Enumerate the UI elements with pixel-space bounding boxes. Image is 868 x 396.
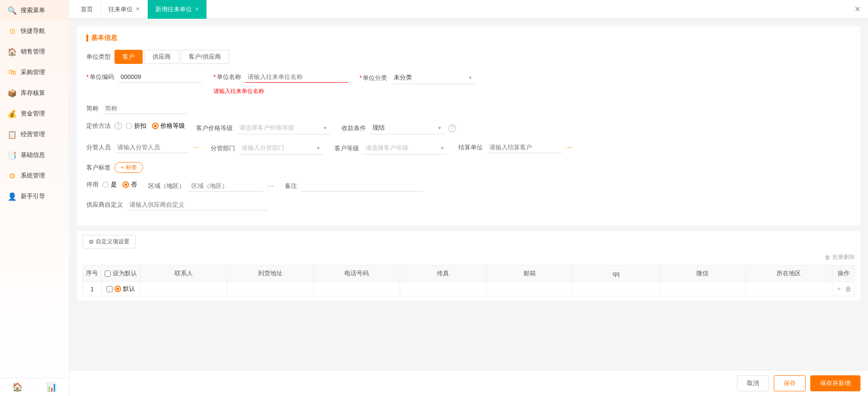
manager-more-btn[interactable]: ··· xyxy=(193,143,199,152)
unit-category-select[interactable]: 未分类 ▼ xyxy=(391,71,475,84)
pricing-price-level-option[interactable]: 价格等级 xyxy=(152,122,185,130)
sidebar-item-system[interactable]: ⚙ 系统管理 xyxy=(0,165,69,186)
batch-delete-btn[interactable]: 🗑 批量删除 xyxy=(825,253,855,261)
content-area: 基本信息 单位类型 客户 供应商 客户/供应商 *单位编码 xyxy=(69,19,868,370)
qq-input[interactable] xyxy=(576,286,656,293)
pricing-help-icon[interactable]: ? xyxy=(114,122,122,130)
payment-terms-select[interactable]: 现结 ▼ xyxy=(370,122,445,134)
operations-icon: 📋 xyxy=(8,130,17,139)
remark-label: 备注 xyxy=(285,182,297,190)
cell-address xyxy=(227,282,313,296)
tab-home[interactable]: 首页 xyxy=(73,0,101,19)
newbie-icon: 👤 xyxy=(8,192,17,201)
sidebar-item-operations[interactable]: 📋 经营管理 xyxy=(0,124,69,145)
disable-no-radio[interactable] xyxy=(122,181,129,188)
row-default-radio[interactable] xyxy=(114,286,121,292)
type-btn-supplier[interactable]: 供应商 xyxy=(145,50,179,64)
disable-yes-radio[interactable] xyxy=(102,181,109,188)
fax-input[interactable] xyxy=(403,286,483,293)
sidebar-item-finance[interactable]: 💰 资金管理 xyxy=(0,103,69,124)
disable-no-option[interactable]: 否 xyxy=(122,180,137,189)
pricing-discount-radio[interactable] xyxy=(126,123,132,129)
region-label: 区域（地区） xyxy=(148,182,185,190)
contact-table-wrapper: ⚙ 自定义项设置 🗑 批量删除 序号 设为默认 xyxy=(77,231,860,300)
sidebar-item-purchase[interactable]: 🛍 采购管理 xyxy=(0,62,69,83)
remark-input[interactable] xyxy=(301,180,423,192)
col-address: 到货地址 xyxy=(227,265,313,282)
tab-new-contact-close[interactable]: ✕ xyxy=(195,6,199,12)
payment-terms-help-icon[interactable]: ? xyxy=(449,124,456,132)
short-name-label: 简称 xyxy=(86,104,99,113)
row-checkbox[interactable] xyxy=(107,286,113,292)
sidebar-stats-icon[interactable]: 📊 xyxy=(46,382,57,392)
customer-price-chevron: ▼ xyxy=(323,125,327,131)
add-row-btn[interactable]: ＋ xyxy=(836,285,842,293)
tag-field: 客户标签 + 标签 xyxy=(86,162,143,173)
row-default-radio-item[interactable]: 默认 xyxy=(114,285,135,293)
region-more-btn[interactable]: ··· xyxy=(267,182,274,190)
supplier-custom-field: 供应商自定义 xyxy=(86,199,267,210)
unit-code-label: *单位编码 xyxy=(86,73,114,81)
tabs-bar-close-button[interactable]: ✕ xyxy=(851,5,864,14)
supplier-custom-input[interactable] xyxy=(127,199,267,210)
sidebar-home-icon[interactable]: 🏠 xyxy=(12,382,23,392)
region-input[interactable] xyxy=(189,180,264,192)
supplier-custom-row: 供应商自定义 xyxy=(86,199,851,210)
email-input[interactable] xyxy=(489,286,570,293)
table-header-row: 序号 设为默认 联系人 到货地址 电话号码 传真 邮箱 qq xyxy=(83,265,855,282)
dept-label: 分管部门 xyxy=(211,144,235,153)
short-name-input[interactable] xyxy=(102,103,187,114)
sidebar-item-search[interactable]: 🔍 搜索菜单 xyxy=(0,0,69,21)
unit-code-input[interactable] xyxy=(118,71,202,83)
save-button[interactable]: 保存 xyxy=(774,375,806,391)
tag-add-btn[interactable]: + 标签 xyxy=(114,162,143,173)
wechat-input[interactable] xyxy=(662,286,743,293)
unit-name-field: *单位名称 请输入往来单位名称 xyxy=(213,71,348,95)
custom-setting-btn[interactable]: ⚙ 自定义项设置 xyxy=(83,235,136,248)
contact-input[interactable] xyxy=(144,286,224,293)
dept-select[interactable]: 请输入分管部门 ▼ xyxy=(239,142,323,155)
phone-input[interactable] xyxy=(317,286,397,293)
type-btn-customer[interactable]: 客户 xyxy=(114,50,143,64)
sidebar-item-sales[interactable]: 🏠 销售管理 xyxy=(0,41,69,62)
settlement-input[interactable] xyxy=(487,142,562,153)
purchase-icon: 🛍 xyxy=(8,68,17,77)
sidebar: 🔍 搜索菜单 ⊙ 快捷导航 🏠 销售管理 🛍 采购管理 📦 库存核算 💰 资金管… xyxy=(0,0,69,396)
customer-price-select[interactable]: 请选择客户价格等级 ▼ xyxy=(236,122,330,134)
select-all-checkbox[interactable] xyxy=(105,271,111,277)
sidebar-item-newbie[interactable]: 👤 新手引导 xyxy=(0,186,69,207)
tab-contacts[interactable]: 往来单位 ✕ xyxy=(101,0,148,19)
manager-input[interactable] xyxy=(114,142,190,153)
address-input[interactable] xyxy=(230,286,310,293)
unit-code-field: *单位编码 xyxy=(86,71,202,83)
pricing-price-level-radio[interactable] xyxy=(152,123,159,129)
unit-category-chevron: ▼ xyxy=(468,75,472,80)
pricing-row: 定价方法 ? 折扣 价格等级 客户价格等级 xyxy=(86,122,851,134)
pricing-field: 定价方法 ? 折扣 价格等级 xyxy=(86,122,185,130)
region-cell-input[interactable] xyxy=(749,286,829,293)
sidebar-item-basics[interactable]: 📑 基础信息 xyxy=(0,145,69,165)
batch-delete-icon: 🗑 xyxy=(825,254,830,261)
disable-field: 停用 是 否 xyxy=(86,180,137,189)
cancel-button[interactable]: 取消 xyxy=(737,375,769,391)
tab-new-contact[interactable]: 新增往来单位 ✕ xyxy=(148,0,207,19)
save-new-button[interactable]: 保存并新增 xyxy=(810,375,860,391)
type-btn-both[interactable]: 客户/供应商 xyxy=(181,50,229,64)
disable-yes-option[interactable]: 是 xyxy=(102,180,117,189)
customer-level-label: 客户等级 xyxy=(335,144,359,153)
system-icon: ⚙ xyxy=(8,171,17,180)
unit-name-input[interactable] xyxy=(245,71,348,83)
sidebar-item-quick-nav[interactable]: ⊙ 快捷导航 xyxy=(0,21,69,41)
sidebar-item-inventory[interactable]: 📦 库存核算 xyxy=(0,83,69,103)
pricing-discount-option[interactable]: 折扣 xyxy=(126,122,146,130)
tag-label: 客户标签 xyxy=(86,163,111,172)
col-fax: 传真 xyxy=(400,265,486,282)
tab-contacts-close[interactable]: ✕ xyxy=(136,6,140,12)
delete-row-btn[interactable]: 🗑 xyxy=(845,285,852,293)
table-row: 1 默认 xyxy=(83,282,855,296)
settlement-more-btn[interactable]: ··· xyxy=(565,143,571,152)
main-area: 首页 往来单位 ✕ 新增往来单位 ✕ ✕ 基本信息 单位类型 客户 供应商 xyxy=(69,0,868,396)
disable-radio-group: 是 否 xyxy=(102,180,137,189)
cell-qq xyxy=(573,282,659,296)
customer-level-select[interactable]: 请选择客户等级 ▼ xyxy=(363,142,447,155)
